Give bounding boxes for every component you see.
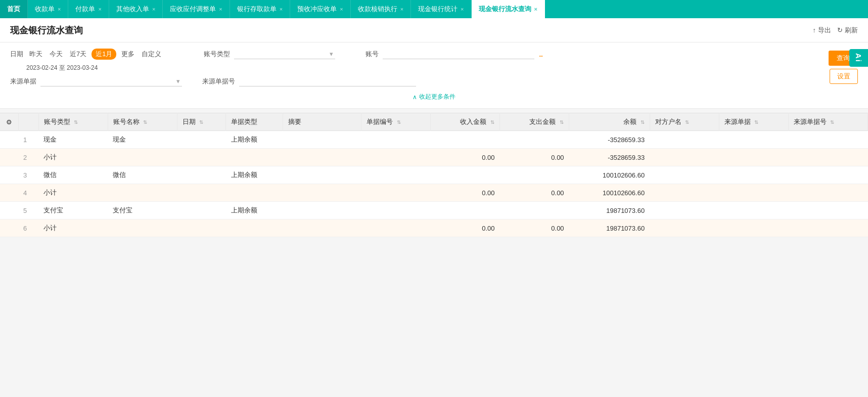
col-gear[interactable]: ⚙ [0,113,18,131]
cell-counterpart [650,184,719,202]
cell-num: 1 [18,131,38,149]
date-shortcuts: 昨天 今天 近7天 近1月 更多 自定义 [27,49,163,60]
table-row[interactable]: 2小计0.000.00-3528659.33 [0,149,868,166]
cell-doc-type [226,219,283,237]
nav-home-label: 首页 [7,5,20,14]
cell-num: 4 [18,184,38,202]
col-account-type[interactable]: 账号类型 ⇅ [38,113,108,131]
date-1month[interactable]: 近1月 [92,49,116,60]
nav-receipt-close[interactable]: × [58,6,61,12]
nav-item-ar-ap-adjust[interactable]: 应收应付调整单 × [163,0,230,18]
cell-doc-type [226,184,283,202]
account-no-input[interactable] [383,49,534,59]
refresh-button[interactable]: ↻ 刷新 [837,26,858,35]
cell-date [177,219,226,237]
source-doc-no-input[interactable] [239,76,416,86]
nav-item-cash-bank-flow[interactable]: 现金银行流水查询 × [472,0,545,18]
cell-income [431,166,500,184]
cell-counterpart [650,166,719,184]
cell-doc-type: 上期余额 [226,131,283,149]
nav-prepay-offset-close[interactable]: × [340,6,343,12]
cell-source-doc-no [788,131,867,149]
refresh-label: 刷新 [845,26,858,35]
collapse-bar[interactable]: ∧ 收起更多条件 [10,91,858,104]
date-yesterday[interactable]: 昨天 [27,49,44,60]
nav-receipt-label: 收款单 [35,5,55,14]
nav-payment-label: 付款单 [75,5,95,14]
gear-icon[interactable]: ⚙ [6,118,12,126]
cell-expense [500,166,569,184]
nav-item-payment[interactable]: 付款单 × [68,0,109,18]
nav-ar-ap-close[interactable]: × [219,6,222,12]
account-type-label: 账号类型 [204,50,230,59]
cell-expense [500,202,569,219]
date-sort-icon: ⇅ [199,119,203,125]
table-row[interactable]: 6小计0.000.0019871073.60 [0,219,868,237]
table-row[interactable]: 5支付宝支付宝上期余额19871073.60 [0,202,868,219]
col-source-doc[interactable]: 来源单据 ⇅ [719,113,788,131]
cell-account-name [108,184,177,202]
ai-badge[interactable]: Ai [849,49,868,67]
nav-item-other-income[interactable]: 其他收入单 × [109,0,163,18]
cell-doc-no [361,202,430,219]
date-7days[interactable]: 近7天 [68,49,88,60]
cell-source-doc [719,166,788,184]
cell-date [177,166,226,184]
cell-source-doc-no [788,202,867,219]
col-account-name[interactable]: 账号名称 ⇅ [108,113,177,131]
counterpart-sort-icon: ⇅ [685,119,689,125]
account-no-ellipsis[interactable]: ... [538,50,542,59]
date-more[interactable]: 更多 [119,49,136,60]
date-today[interactable]: 今天 [48,49,65,60]
nav-other-income-close[interactable]: × [152,6,155,12]
cell-expense: 0.00 [500,184,569,202]
col-doc-no[interactable]: 单据编号 ⇅ [361,113,430,131]
nav-item-bank-deposit[interactable]: 银行存取款单 × [230,0,290,18]
account-type-select[interactable]: ▾ [234,49,335,59]
nav-item-receipt[interactable]: 收款单 × [28,0,68,18]
table-row[interactable]: 3微信微信上期余额100102606.60 [0,166,868,184]
cell-gear [0,184,18,202]
nav-item-prepay-offset[interactable]: 预收冲应收单 × [290,0,350,18]
table-row[interactable]: 4小计0.000.00100102606.60 [0,184,868,202]
col-balance[interactable]: 余额 ⇅ [569,113,650,131]
table-row[interactable]: 1现金现金上期余额-3528659.33 [0,131,868,149]
col-source-doc-no[interactable]: 来源单据号 ⇅ [788,113,867,131]
cell-doc-no [361,166,430,184]
cell-summary [283,202,361,219]
cell-gear [0,219,18,237]
account-name-sort-icon: ⇅ [143,119,147,125]
cell-account-type: 支付宝 [38,202,108,219]
collapse-label: 收起更多条件 [419,93,455,101]
export-button[interactable]: ↑ 导出 [813,26,832,35]
filter-row-2: 来源单据 ▾ 来源单据号 [10,76,818,86]
nav-item-receipt-verify[interactable]: 收款核销执行 × [351,0,411,18]
cell-balance: 19871073.60 [569,202,650,219]
top-navigation: 首页 收款单 × 付款单 × 其他收入单 × 应收应付调整单 × 银行存取款单 … [0,0,868,18]
nav-item-cash-bank-stat[interactable]: 现金银行统计 × [411,0,471,18]
cell-income: 0.00 [431,149,500,166]
source-doc-sort-icon: ⇅ [754,119,758,125]
cell-counterpart [650,131,719,149]
col-counterpart[interactable]: 对方户名 ⇅ [650,113,719,131]
col-date[interactable]: 日期 ⇅ [177,113,226,131]
cell-doc-no [361,219,430,237]
col-expense[interactable]: 支出金额 ⇅ [500,113,569,131]
setting-button[interactable]: 设置 [830,69,858,84]
nav-receipt-verify-close[interactable]: × [400,6,403,12]
cell-doc-no [361,131,430,149]
date-label: 日期 [10,50,23,59]
cell-income: 0.00 [431,184,500,202]
cell-account-type: 小计 [38,184,108,202]
nav-cash-bank-flow-close[interactable]: × [534,6,537,12]
source-doc-select[interactable]: ▾ [40,76,182,86]
nav-payment-close[interactable]: × [98,6,101,12]
nav-cash-bank-stat-close[interactable]: × [461,6,464,12]
cell-account-name: 现金 [108,131,177,149]
nav-item-home[interactable]: 首页 [0,0,28,18]
cell-source-doc [719,149,788,166]
col-income[interactable]: 收入金额 ⇅ [431,113,500,131]
nav-bank-deposit-close[interactable]: × [280,6,283,12]
filter-row-1: 日期 昨天 今天 近7天 近1月 更多 自定义 账号类型 ▾ [10,49,818,60]
date-custom[interactable]: 自定义 [140,49,163,60]
